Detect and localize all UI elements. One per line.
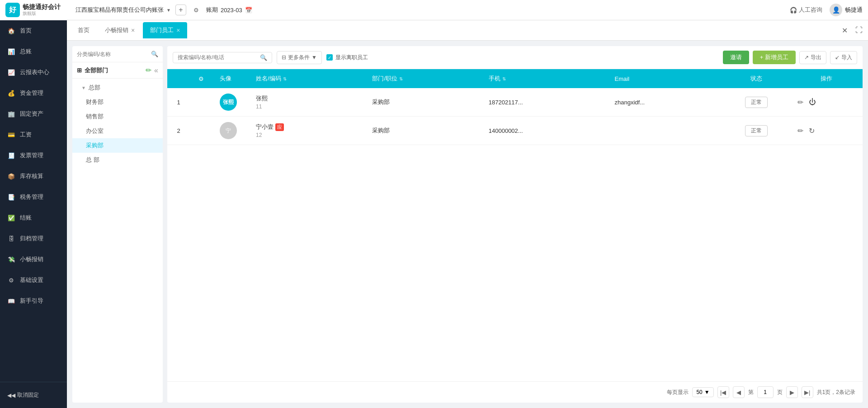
calendar-icon[interactable]: 📅: [245, 7, 252, 14]
prev-page-button[interactable]: ◀: [733, 386, 745, 398]
main-layout: 🏠 首页 📊 总账 📈 云报表中心 💰 资金管理 🏢 固定资产 💳 工资 🧾 发…: [0, 20, 868, 408]
settings-icon[interactable]: ⚙: [191, 5, 202, 15]
total-records-label: 共1页，2条记录: [817, 389, 855, 396]
more-filter-button[interactable]: ⊟ 更多条件 ▼: [277, 51, 322, 64]
company-selector[interactable]: 江西服宝精品有限责任公司内账张 ▼: [75, 6, 171, 14]
sidebar-label-inventory: 库存核算: [20, 172, 43, 180]
edit-employee-icon[interactable]: ✏: [797, 127, 803, 135]
sidebar-item-home[interactable]: 🏠 首页: [0, 20, 67, 41]
edit-employee-icon[interactable]: ✏: [797, 98, 803, 107]
next-page-button[interactable]: ▶: [786, 386, 798, 398]
emp-name: 宁小壹: [256, 123, 274, 131]
invite-button[interactable]: 邀请: [723, 51, 749, 64]
all-dept-text: 全部部门: [85, 66, 108, 75]
avatar: 张熙: [220, 94, 237, 111]
sidebar-item-assets[interactable]: 🏢 固定资产: [0, 103, 67, 124]
period-label: 账期: [206, 6, 218, 14]
tab-expense[interactable]: 小畅报销 ×: [98, 22, 142, 38]
row1-index: 1: [167, 88, 190, 117]
page-input[interactable]: [757, 386, 774, 398]
maximize-window-button[interactable]: ⛶: [854, 25, 864, 36]
row2-index: 2: [167, 117, 190, 145]
funds-icon: 💰: [7, 89, 15, 97]
tab-expense-close[interactable]: ×: [131, 27, 135, 34]
emp-code: 12: [256, 132, 358, 138]
settings-side-icon: ⚙: [7, 276, 15, 284]
col-gear[interactable]: ⚙: [190, 69, 212, 88]
col-name-code[interactable]: 姓名/编码 ⇅: [249, 69, 365, 88]
sidebar-item-ledger[interactable]: 📊 总账: [0, 41, 67, 62]
refresh-employee-icon[interactable]: ↻: [809, 127, 815, 135]
collapse-icon[interactable]: «: [154, 66, 158, 75]
support-button[interactable]: 🎧 人工咨询: [790, 6, 822, 14]
tax-icon: 📑: [7, 193, 15, 201]
import-button[interactable]: ↙ 导入: [830, 51, 857, 64]
export-button[interactable]: ↗ 导出: [799, 51, 826, 64]
dept-panel: 🔍 ⊞ 全部部门 ✏ « ▼ 总部: [72, 46, 163, 403]
close-window-button[interactable]: ✕: [839, 25, 850, 36]
sidebar-label-funds: 资金管理: [20, 89, 43, 97]
last-page-button[interactable]: ▶|: [802, 386, 813, 398]
sidebar-item-archive[interactable]: 🗄 归档管理: [0, 228, 67, 249]
reports-icon: 📈: [7, 68, 15, 76]
sidebar-label-assets: 固定资产: [20, 110, 43, 118]
sidebar-item-reports[interactable]: 📈 云报表中心: [0, 62, 67, 83]
ledger-icon: 📊: [7, 47, 15, 56]
col-email: Email: [608, 69, 722, 88]
tab-home[interactable]: 首页: [71, 22, 97, 38]
tab-dept-employee-close[interactable]: ×: [176, 27, 180, 34]
per-page-select[interactable]: 50 ▼: [692, 387, 713, 397]
dept-tree-item-xiaoshoubu[interactable]: 销售部: [72, 109, 163, 124]
status-badge: 正常: [745, 125, 768, 136]
dept-tree-item-zongbu2[interactable]: 总 部: [72, 153, 163, 167]
sidebar-item-expense[interactable]: 💸 小畅报销: [0, 249, 67, 270]
sidebar-item-funds[interactable]: 💰 资金管理: [0, 83, 67, 103]
sidebar-item-settings[interactable]: ⚙ 基础设置: [0, 270, 67, 291]
sidebar-label-reports: 云报表中心: [20, 68, 49, 76]
row1-phone: 187202117...: [481, 88, 608, 117]
dept-grid-icon: ⊞: [77, 67, 82, 74]
logout-employee-icon[interactable]: ⏻: [809, 98, 816, 106]
dept-search-input[interactable]: [77, 51, 148, 57]
first-page-button[interactable]: |◀: [717, 386, 729, 398]
row1-actions: ✏ ⏻: [790, 88, 863, 117]
dept-search-icon[interactable]: 🔍: [151, 51, 158, 57]
edit-dept-icon[interactable]: ✏: [146, 66, 151, 75]
dept-xiaoshoubu-label: 销售部: [86, 113, 104, 121]
sidebar-item-guide[interactable]: 📖 新手引导: [0, 291, 67, 311]
dept-tree: ▼ 总部 财务部 销售部 办公室 采购部: [72, 79, 163, 403]
dept-tree-item-caiwubu[interactable]: 财务部: [72, 95, 163, 109]
dept-tree-item-bangongshi[interactable]: 办公室: [72, 124, 163, 138]
dept-all-label[interactable]: ⊞ 全部部门: [77, 66, 108, 75]
sidebar-item-payroll[interactable]: 💳 工资: [0, 124, 67, 145]
per-page-label: 每页显示: [667, 389, 689, 396]
sidebar-label-guide: 新手引导: [20, 297, 43, 305]
user-area[interactable]: 👤 畅捷通: [830, 4, 863, 16]
chevron-down-icon: ▼: [166, 8, 171, 13]
cancel-fixed-button[interactable]: ◀◀ 取消固定: [0, 387, 67, 403]
sidebar-item-invoice[interactable]: 🧾 发票管理: [0, 145, 67, 166]
add-employee-button[interactable]: + 新增员工: [753, 51, 796, 64]
col-phone[interactable]: 手机 ⇅: [481, 69, 608, 88]
sidebar-label-closing: 结账: [20, 214, 32, 222]
dept-zongbu-label: 总部: [89, 84, 100, 92]
employee-search-input[interactable]: [178, 54, 257, 61]
dept-tree-item-zongbu[interactable]: ▼ 总部: [72, 80, 163, 95]
show-resign-label: 显示离职员工: [335, 54, 368, 61]
sidebar-item-tax[interactable]: 📑 税务管理: [0, 187, 67, 207]
row2-email: [608, 117, 722, 145]
sort-dept-icon: ⇅: [399, 76, 403, 81]
tab-dept-employee[interactable]: 部门员工 ×: [143, 22, 187, 38]
sidebar-item-inventory[interactable]: 📦 库存核算: [0, 166, 67, 187]
avatar: 宁: [220, 122, 237, 139]
dept-tree-item-caigoubu[interactable]: 采购部: [72, 138, 163, 153]
row2-name-code: 宁小壹 应 12: [249, 117, 365, 145]
payroll-icon: 💳: [7, 131, 15, 139]
sidebar-item-closing[interactable]: ✅ 结账: [0, 207, 67, 228]
show-resign-checkbox[interactable]: ✓ 显示离职员工: [326, 54, 368, 61]
inventory-icon: 📦: [7, 172, 15, 180]
col-dept-position[interactable]: 部门/职位 ⇅: [365, 69, 481, 88]
search-icon[interactable]: 🔍: [260, 54, 267, 61]
add-company-button[interactable]: +: [175, 5, 186, 15]
logo-icon: 好: [5, 3, 20, 17]
